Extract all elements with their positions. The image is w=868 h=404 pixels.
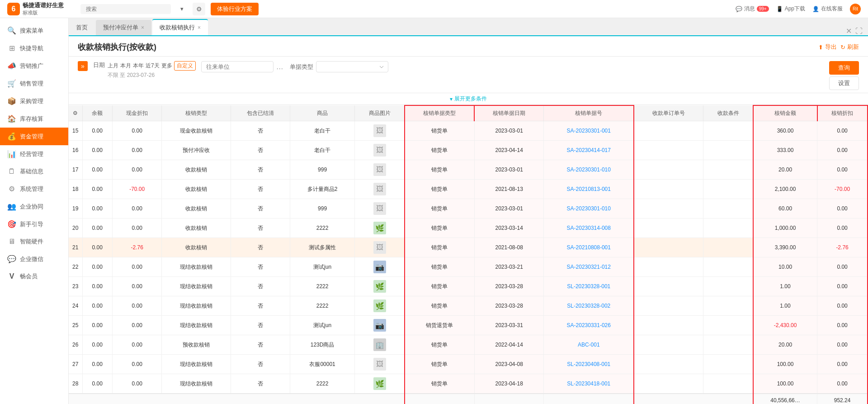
wechat-icon: 💬	[7, 255, 16, 263]
date-this-year[interactable]: 本年	[133, 62, 144, 70]
avatar[interactable]: Rit	[850, 4, 861, 14]
td-balance: 0.00	[82, 335, 112, 355]
bill-no-link[interactable]: SL-20230328-002	[567, 303, 610, 309]
td-verify-type: 收款核销	[162, 180, 231, 199]
td-receipt-order-no	[634, 219, 703, 238]
tab-prepay-close-icon[interactable]: ×	[141, 24, 144, 31]
online-service-label: 在线客服	[821, 5, 843, 13]
td-product-img: 🌿	[355, 219, 405, 238]
sidebar-item-wechat[interactable]: 💬 企业微信	[0, 250, 68, 268]
export-button[interactable]: ⬆ 导出	[818, 43, 837, 51]
bill-type-select[interactable]	[316, 61, 388, 72]
bill-no-link[interactable]: SL-20230418-001	[567, 380, 610, 387]
maximize-window-icon[interactable]: ⛶	[855, 27, 863, 35]
th-verify-type: 核销类型	[162, 105, 231, 121]
td-balance: 0.00	[82, 141, 112, 160]
sidebar-item-label: 采购管理	[20, 97, 43, 105]
sidebar-item-marketing[interactable]: 📣 营销推广	[0, 57, 68, 75]
tab-receipt-verify[interactable]: 收款核销执行 ×	[152, 19, 208, 35]
message-button[interactable]: 💬 消息 99+	[736, 5, 769, 13]
dots-icon[interactable]: …	[276, 63, 284, 71]
sidebar-item-collab[interactable]: 👥 企业协同	[0, 198, 68, 215]
date-this-month[interactable]: 本月	[120, 62, 131, 70]
bill-no-link[interactable]: SA-20230314-008	[567, 225, 611, 231]
bill-no-link[interactable]: SA-20210808-001	[567, 244, 611, 251]
td-product-img: 🖼	[355, 121, 405, 141]
product-thumbnail: 🖼	[373, 124, 386, 137]
query-button[interactable]: 查询	[829, 61, 859, 75]
sidebar-item-guide[interactable]: 🎯 新手引导	[0, 215, 68, 233]
sidebar-item-member[interactable]: V 畅会员	[0, 268, 68, 285]
td-verify-amount: 60.00	[753, 199, 817, 219]
td-receipt-order-no	[634, 160, 703, 180]
settings-button[interactable]: 设置	[829, 76, 859, 90]
settings-icon[interactable]: ⚙	[193, 3, 205, 15]
sidebar-item-finance[interactable]: 💰 资金管理	[0, 128, 68, 145]
dropdown-arrow-icon[interactable]: ▾	[176, 4, 187, 14]
sidebar-item-label: 新手引导	[20, 220, 43, 228]
sidebar-item-inventory[interactable]: 🏠 库存核算	[0, 110, 68, 128]
app-download-button[interactable]: 📱 App下载	[776, 5, 805, 13]
bill-no-link[interactable]: SA-20230301-010	[567, 166, 611, 173]
td-balance: 0.00	[82, 238, 112, 257]
td-include-settled: 否	[231, 277, 290, 296]
sidebar-item-nav[interactable]: ⊞ 快捷导航	[0, 39, 68, 57]
product-thumbnail: 🌿	[373, 280, 386, 293]
date-more[interactable]: 更多	[161, 62, 172, 70]
td-verify-discount: 0.00	[817, 316, 868, 335]
date-custom-btn[interactable]: 自定义	[174, 61, 196, 71]
td-verify-bill-date: 2023-03-01	[474, 121, 544, 141]
td-receipt-condition	[703, 335, 753, 355]
industry-solution-button[interactable]: 体验行业方案	[211, 3, 259, 15]
bill-no-link[interactable]: SA-20210813-001	[567, 186, 611, 192]
bill-no-link[interactable]: SA-20230301-010	[567, 205, 611, 212]
bill-no-link[interactable]: SA-20230331-026	[567, 322, 611, 328]
bill-no-link[interactable]: SL-20230408-001	[567, 361, 610, 367]
td-receipt-condition	[703, 316, 753, 335]
td-include-settled: 否	[231, 257, 290, 277]
bill-no-link[interactable]: ABC-001	[578, 342, 600, 348]
table-header-row: ⚙ 余额 现金折扣 核销类型 包含已结清 商品 商品图片 核销单据类型 核销单据…	[69, 105, 868, 121]
td-include-settled: 否	[231, 374, 290, 394]
td-verify-type: 收款核销	[162, 219, 231, 238]
table-row: 16 0.00 0.00 预付冲应收 否 老白干 🖼 销货单 2023-04-1…	[69, 141, 868, 160]
tab-home[interactable]: 首页	[69, 20, 95, 35]
bill-no-link[interactable]: SA-20230301-001	[567, 128, 611, 134]
collapse-filter-button[interactable]: »	[78, 61, 88, 71]
guide-icon: 🎯	[7, 220, 16, 228]
bill-no-link[interactable]: SL-20230328-001	[567, 283, 610, 290]
sidebar-item-hardware[interactable]: 🖥 智能硬件	[0, 233, 68, 250]
td-include-settled: 否	[231, 316, 290, 335]
td-product-img: 🌿	[355, 277, 405, 296]
td-verify-bill-no: SL-20230408-001	[544, 355, 634, 374]
td-verify-type: 现金收款核销	[162, 121, 231, 141]
sidebar-item-sales[interactable]: 🛒 销售管理	[0, 75, 68, 92]
tab-receipt-verify-close-icon[interactable]: ×	[198, 24, 201, 31]
td-verify-type: 现结收款核销	[162, 257, 231, 277]
close-window-icon[interactable]: ✕	[846, 27, 852, 35]
online-service-button[interactable]: 👤 在线客服	[812, 5, 843, 13]
data-table: ⚙ 余额 现金折扣 核销类型 包含已结清 商品 商品图片 核销单据类型 核销单据…	[69, 105, 868, 404]
tab-prepay[interactable]: 预付冲应付单 ×	[96, 20, 151, 35]
date-recent7[interactable]: 近7天	[146, 62, 160, 70]
sidebar-item-basic[interactable]: 🗒 基础信息	[0, 163, 68, 180]
expand-filter-button[interactable]: ▾ 展开更多条件	[450, 95, 487, 103]
top-search-input[interactable]	[80, 4, 171, 14]
td-verify-amount: 2,100.00	[753, 180, 817, 199]
sidebar-item-label: 搜索菜单	[20, 27, 43, 35]
sidebar-item-search[interactable]: 🔍 搜索菜单	[0, 22, 68, 39]
sidebar-item-operations[interactable]: 📊 经营管理	[0, 145, 68, 163]
td-product: 999	[290, 199, 355, 219]
refresh-button[interactable]: ↻ 刷新	[840, 43, 859, 51]
counterpart-input[interactable]	[201, 61, 274, 72]
bill-no-link[interactable]: SA-20230414-017	[567, 147, 611, 153]
sidebar-item-purchase[interactable]: 📦 采购管理	[0, 92, 68, 110]
td-receipt-order-no	[634, 141, 703, 160]
sidebar-item-label: 畅会员	[20, 272, 38, 280]
sidebar-item-system[interactable]: ⚙ 系统管理	[0, 180, 68, 198]
th-gear[interactable]: ⚙	[69, 105, 82, 121]
footer-verify-amount: 40,556,66…	[753, 394, 817, 404]
bill-no-link[interactable]: SA-20230321-012	[567, 264, 611, 270]
date-last-month[interactable]: 上月	[108, 62, 118, 70]
td-verify-discount: 0.00	[817, 355, 868, 374]
